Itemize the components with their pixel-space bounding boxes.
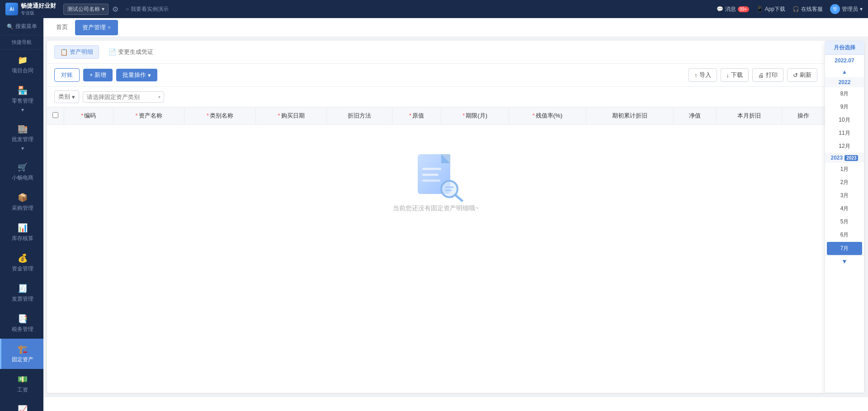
ecommerce-icon: 🛒 xyxy=(18,162,28,172)
svg-rect-4 xyxy=(422,174,439,176)
sidebar-item-inventory[interactable]: 📊 库存核算 xyxy=(0,217,43,248)
sidebar-item-retail-label: 零售管理 xyxy=(12,97,33,105)
inventory-icon: 📊 xyxy=(18,223,28,233)
col-accumulated: 期初累计折旧 xyxy=(586,107,673,125)
col-operation: 操作 xyxy=(782,107,825,125)
sidebar-item-finance-label: 资金管理 xyxy=(12,265,33,273)
category-type-selector[interactable]: 类别 ▾ xyxy=(54,90,79,103)
demo-link[interactable]: ○ 我要看实例演示 xyxy=(126,5,169,13)
month-item-2022-12[interactable]: 12月 xyxy=(825,140,864,153)
month-item-2023-6[interactable]: 6月 xyxy=(825,228,864,241)
app-label: App下载 xyxy=(765,5,785,13)
sidebar-item-retail[interactable]: 🏪 零售管理 ▾ xyxy=(0,80,43,118)
operation-icon: 📈 xyxy=(18,405,28,411)
avatar: 管 xyxy=(830,4,840,14)
month-item-2022-8[interactable]: 8月 xyxy=(825,87,864,100)
reconcile-button[interactable]: 对账 xyxy=(54,68,80,82)
message-button[interactable]: 💬 消息 99+ xyxy=(717,5,749,13)
table-header-row: *编码 *资产名称 *类别名称 *购买日期 折旧方法 *原值 *期限(月) *残… xyxy=(47,107,825,125)
empty-illustration xyxy=(409,152,463,197)
project-icon: 📁 xyxy=(18,55,28,65)
month-item-2023-2[interactable]: 2月 xyxy=(825,176,864,189)
print-button[interactable]: 🖨 打印 xyxy=(752,68,783,82)
category-input[interactable] xyxy=(83,91,164,103)
salary-icon: 💵 xyxy=(18,374,28,384)
main-layout: 🔍 搜索菜单 快捷导航 📁 项目合同 🏪 零售管理 ▾ 🏬 批发管理 ▾ 🛒 小… xyxy=(0,18,868,411)
demo-text: 我要看实例演示 xyxy=(131,5,169,13)
category-type-label: 类别 xyxy=(58,93,70,101)
sidebar-item-salary[interactable]: 💵 工资 xyxy=(0,369,43,399)
sidebar-item-salary-label: 工资 xyxy=(17,386,28,394)
app-icon: 📱 xyxy=(756,6,763,12)
bottom-bar xyxy=(43,397,868,411)
month-up-button[interactable]: ▲ xyxy=(840,67,849,76)
month-item-2023-4[interactable]: 4月 xyxy=(825,202,864,215)
top-bar: Ai 畅捷通好业财 专业版 测试公司名称 ▾ ⚙ ○ 我要看实例演示 💬 消息 … xyxy=(0,0,868,18)
tab-close-button[interactable]: × xyxy=(108,24,111,31)
sidebar-item-wholesale[interactable]: 🏬 批发管理 ▾ xyxy=(0,118,43,157)
download-button[interactable]: ↓ 下载 xyxy=(721,68,749,82)
service-label: 在线客服 xyxy=(801,5,823,13)
logo-icon: Ai xyxy=(5,3,18,15)
sub-tab-asset-detail[interactable]: 📋 资产明细 xyxy=(54,45,99,59)
online-service-button[interactable]: 🎧 在线客服 xyxy=(793,5,823,13)
col-code: *编码 xyxy=(64,107,113,125)
sidebar-item-inventory-label: 库存核算 xyxy=(12,235,33,242)
shortcut-nav[interactable]: 快捷导航 xyxy=(0,35,43,50)
month-item-2023-1[interactable]: 1月 xyxy=(825,163,864,176)
retail-icon: 🏪 xyxy=(18,85,28,95)
svg-rect-3 xyxy=(422,168,441,170)
sub-tab-change-voucher[interactable]: 📄 变更生成凭证 xyxy=(103,45,159,59)
year-2022-label: 2022 xyxy=(825,77,864,87)
user-dropdown-icon: ▾ xyxy=(860,6,863,12)
add-button[interactable]: + 新增 xyxy=(83,69,113,81)
sidebar-item-invoice[interactable]: 🧾 发票管理 xyxy=(0,278,43,308)
company-selector[interactable]: 测试公司名称 ▾ xyxy=(63,4,108,15)
retail-arrow-icon: ▾ xyxy=(21,107,24,113)
user-menu[interactable]: 管 管理员 ▾ xyxy=(830,4,863,14)
sidebar-item-tax[interactable]: 📑 税务管理 xyxy=(0,308,43,339)
logo-text-group: 畅捷通好业财 专业版 xyxy=(21,2,56,16)
app-download-button[interactable]: 📱 App下载 xyxy=(756,5,785,13)
tab-home[interactable]: 首页 xyxy=(49,18,75,37)
sub-tab-bar: 📋 资产明细 📄 变更生成凭证 xyxy=(47,41,825,64)
col-depreciation-method: 折旧方法 xyxy=(327,107,392,125)
month-panel: 月份选择 2022.07 ▲ 2022 8月 9月 10月 11月 12月 xyxy=(825,41,864,393)
month-item-2023-3[interactable]: 3月 xyxy=(825,189,864,202)
table-wrapper: *编码 *资产名称 *类别名称 *购买日期 折旧方法 *原值 *期限(月) *残… xyxy=(47,107,825,393)
download-label: 下载 xyxy=(731,71,743,79)
refresh-button[interactable]: ↺ 刷新 xyxy=(787,68,817,82)
month-item-2023-7[interactable]: 7月 xyxy=(827,242,862,255)
month-panel-header: 月份选择 xyxy=(825,41,864,55)
settings-button[interactable]: ⚙ xyxy=(112,5,118,14)
svg-rect-5 xyxy=(422,180,440,182)
svg-line-7 xyxy=(455,195,462,201)
tab-asset-mgmt[interactable]: 资产管理 × xyxy=(75,20,118,35)
sidebar-item-ecommerce[interactable]: 🛒 小畅电商 xyxy=(0,157,43,187)
sidebar-item-project[interactable]: 📁 项目合同 xyxy=(0,50,43,80)
current-period-label: 2022.07 xyxy=(833,56,856,66)
import-button[interactable]: ↑ 导入 xyxy=(689,68,717,82)
fixed-assets-icon: 🏗️ xyxy=(18,344,28,354)
batch-button[interactable]: 批量操作 ▾ xyxy=(116,69,157,81)
sidebar: 🔍 搜索菜单 快捷导航 📁 项目合同 🏪 零售管理 ▾ 🏬 批发管理 ▾ 🛒 小… xyxy=(0,18,43,411)
wholesale-arrow-icon: ▾ xyxy=(21,145,24,151)
empty-svg xyxy=(409,152,467,202)
app-name: 畅捷通好业财 xyxy=(21,2,56,10)
sidebar-item-operation[interactable]: 📈 经营管理 xyxy=(0,399,43,411)
month-item-2022-10[interactable]: 10月 xyxy=(825,113,864,127)
month-item-2022-9[interactable]: 9月 xyxy=(825,100,864,113)
select-all-checkbox[interactable] xyxy=(52,112,58,118)
sidebar-item-finance[interactable]: 💰 资金管理 xyxy=(0,248,43,278)
month-down-button[interactable]: ▼ xyxy=(840,258,849,265)
page-content: 📋 资产明细 📄 变更生成凭证 对账 + 新增 批量操作 ▾ xyxy=(47,41,864,393)
main-panel: 📋 资产明细 📄 变更生成凭证 对账 + 新增 批量操作 ▾ xyxy=(47,41,825,393)
message-label: 消息 xyxy=(725,5,736,13)
demo-icon: ○ xyxy=(126,6,129,12)
search-menu[interactable]: 🔍 搜索菜单 xyxy=(0,18,43,35)
sidebar-item-purchase[interactable]: 📦 采购管理 xyxy=(0,187,43,217)
sidebar-item-fixed-assets[interactable]: 🏗️ 固定资产 xyxy=(0,339,43,369)
month-item-2022-11[interactable]: 11月 xyxy=(825,127,864,140)
message-badge: 99+ xyxy=(738,6,749,12)
month-item-2023-5[interactable]: 5月 xyxy=(825,215,864,228)
